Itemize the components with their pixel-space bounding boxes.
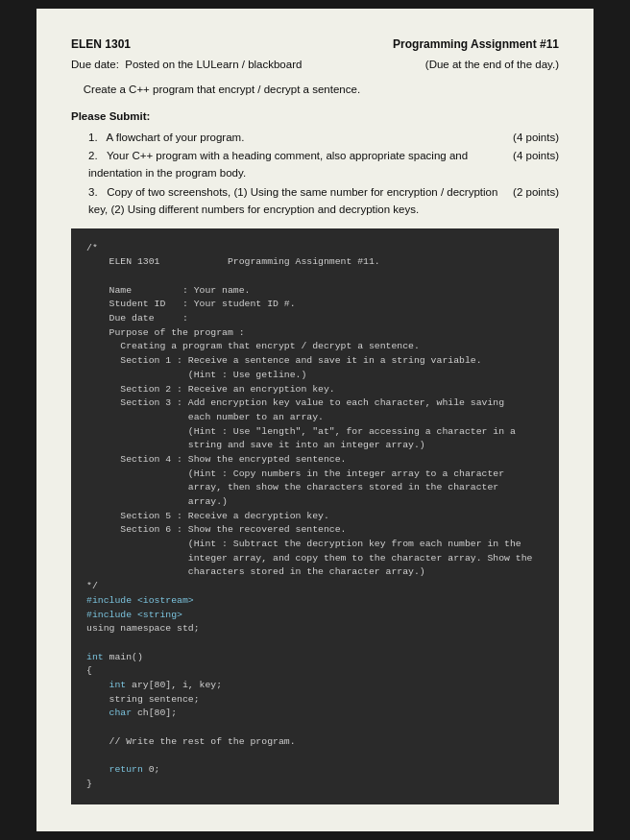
due-date-line: Due date: Posted on the LULearn / blackb… [71,57,559,74]
create-line: Create a C++ program that encrypt / decr… [71,82,559,99]
submit-list: 1. A flowchart of your program. (4 point… [88,130,559,219]
submit-item-3: 3. Copy of two screenshots, (1) Using th… [88,184,559,219]
submit-item-1: 1. A flowchart of your program. (4 point… [88,130,559,147]
assignment-title: Programming Assignment #11 [393,36,559,54]
code-includes: #include <iostream> #include <string> [86,595,194,620]
due-date-note: (Due at the end of the day.) [425,57,559,74]
due-date-text: Due date: Posted on the LULearn / blackb… [71,57,302,74]
code-comment-header: /* ELEN 1301 Programming Assignment #11.… [86,243,532,592]
page-container: ELEN 1301 Programming Assignment #11 Due… [0,0,630,840]
course-title: ELEN 1301 [71,36,131,54]
document: ELEN 1301 Programming Assignment #11 Due… [36,9,594,832]
code-block: /* ELEN 1301 Programming Assignment #11.… [71,228,559,805]
submit-item-2: 2. Your C++ program with a heading comme… [88,148,559,182]
doc-header: ELEN 1301 Programming Assignment #11 [71,36,559,54]
please-submit-label: Please Submit: [71,108,559,126]
